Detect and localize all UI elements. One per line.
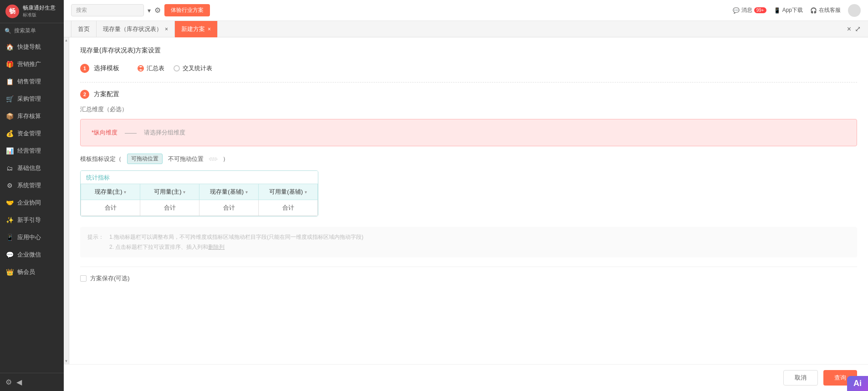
tips-section: 提示： 1.拖动标题栏可以调整布局，不可跨维度或指标区域拖动栏目字段(只能在同一… — [80, 227, 857, 257]
sidebar-item-label: 基础信息 — [17, 164, 41, 172]
sidebar-item-label: 新手引导 — [17, 216, 41, 224]
tip-item-1: 提示： 1.拖动标题栏可以调整布局，不可跨维度或指标区域拖动栏目字段(只能在同一… — [87, 232, 850, 242]
col-arrow-2[interactable]: ▾ — [183, 190, 185, 195]
cell-1: 合计 — [81, 200, 140, 216]
col-header-4[interactable]: 可用量(基辅) ▾ — [259, 184, 318, 200]
message-button[interactable]: 💬 消息 99+ — [733, 6, 766, 14]
scroll-down-button[interactable]: ▼ — [65, 359, 68, 363]
col-arrow-3[interactable]: ▾ — [245, 190, 248, 195]
crown-icon: 👑 — [5, 268, 14, 276]
sidebar-logo: 畅 畅康通好生意 标准版 — [0, 0, 64, 23]
folder-icon: 🗂 — [5, 164, 14, 172]
scroll-up-button[interactable]: ▲ — [65, 38, 68, 42]
sidebar-item-marketing[interactable]: 🎁 营销推广 — [0, 56, 64, 73]
sidebar-item-label: 库存核算 — [17, 112, 41, 120]
metrics-setting: 模板指标设定（ 可拖动位置 不可拖动位置 ） — [80, 154, 857, 164]
sidebar-item-purchase[interactable]: 🛒 采购管理 — [0, 90, 64, 108]
table-row: 合计 合计 合计 合计 — [81, 200, 318, 216]
clipboard-icon: 📋 — [5, 77, 14, 86]
sidebar-item-inventory[interactable]: 📦 库存核算 — [0, 108, 64, 125]
sidebar-item-label: 营销推广 — [17, 60, 41, 68]
save-checkbox[interactable] — [80, 275, 87, 282]
message-label: 消息 — [741, 6, 752, 14]
stats-section-label: 统计指标 — [81, 171, 318, 184]
tab-close-action[interactable]: × — [847, 25, 851, 33]
app-download-label: App下载 — [782, 6, 803, 14]
handshake-icon: 🤝 — [5, 199, 14, 207]
topbar: 搜索 ▾ ⚙ 体验行业方案 💬 消息 99+ 📱 App下载 🎧 在线客服 — [64, 0, 868, 21]
sidebar-item-app-center[interactable]: 📱 应用中心 — [0, 229, 64, 246]
stats-table: 现存量(主) ▾ 可用量(主) ▾ 现存量(基辅) — [81, 184, 318, 216]
sidebar-item-basic-info[interactable]: 🗂 基础信息 — [0, 159, 64, 177]
sidebar-search[interactable]: 🔍 搜索菜单 — [0, 23, 64, 38]
online-service-label: 在线客服 — [819, 6, 841, 14]
col-arrow-4[interactable]: ▾ — [305, 190, 307, 195]
sidebar-item-label: 应用中心 — [17, 233, 41, 242]
dimension-area[interactable]: *纵向维度 —— 请选择分组维度 — [80, 119, 857, 146]
user-avatar[interactable] — [848, 4, 861, 17]
sidebar-item-finance[interactable]: 💰 资金管理 — [0, 125, 64, 142]
col-header-2[interactable]: 可用量(主) ▾ — [140, 184, 199, 200]
topbar-left: 搜索 ▾ ⚙ 体验行业方案 — [71, 4, 727, 16]
sidebar-item-membership[interactable]: 👑 畅会员 — [0, 263, 64, 281]
metrics-close: ） — [223, 155, 229, 163]
topbar-gear-icon[interactable]: ⚙ — [154, 6, 161, 15]
sidebar-item-wechat[interactable]: 💬 企业微信 — [0, 246, 64, 263]
tab-home[interactable]: 首页 — [71, 21, 97, 37]
topbar-right: 💬 消息 99+ 📱 App下载 🎧 在线客服 — [733, 4, 861, 17]
col-header-1[interactable]: 现存量(主) ▾ — [81, 184, 140, 200]
template-radio-group: 汇总表 交叉统计表 — [138, 64, 212, 72]
cart-icon: 🛒 — [5, 95, 14, 103]
tab-new-plan[interactable]: 新建方案 × — [175, 21, 218, 37]
radio-cross-label: 交叉统计表 — [183, 64, 212, 72]
tab-inventory-status-close[interactable]: × — [165, 26, 168, 32]
section-config: 2 方案配置 汇总维度（必选） *纵向维度 —— 请选择分组维度 模板指标设定（… — [80, 90, 857, 257]
topbar-dropdown-button[interactable]: ▾ — [148, 7, 151, 14]
col-header-3[interactable]: 现存量(基辅) ▾ — [199, 184, 259, 200]
app-download-button[interactable]: 📱 App下载 — [774, 6, 803, 14]
content-wrapper: ▲ ▼ 现存量(库存状况表)方案设置 1 选择模板 — [64, 37, 868, 364]
settings-icon[interactable]: ⚙ — [5, 378, 12, 386]
sidebar-item-enterprise[interactable]: 🤝 企业协同 — [0, 194, 64, 211]
radio-summary[interactable]: 汇总表 — [138, 64, 164, 72]
tab-expand-action[interactable]: ⤢ — [855, 25, 861, 33]
section1-title: 选择模板 — [94, 64, 119, 72]
sidebar-item-quick-nav[interactable]: 🏠 快捷导航 — [0, 38, 64, 56]
topbar-cta-button[interactable]: 体验行业方案 — [164, 4, 210, 16]
home-icon: 🏠 — [5, 43, 14, 51]
vertical-dim-dash: —— — [125, 129, 137, 136]
ai-badge[interactable]: Ai — [847, 376, 868, 391]
online-service-button[interactable]: 🎧 在线客服 — [810, 6, 841, 14]
content-scroll: 现存量(库存状况表)方案设置 1 选择模板 汇总表 — [69, 37, 868, 364]
tab-new-plan-label: 新建方案 — [181, 25, 205, 33]
radio-cross[interactable]: 交叉统计表 — [174, 64, 212, 72]
sidebar-item-sales[interactable]: 📋 销售管理 — [0, 73, 64, 90]
save-option: 方案保存(可选) — [80, 267, 857, 283]
tip-item-2: 2. 点击标题栏下拉可设置排序、插入列和删除列 — [87, 242, 850, 252]
radio-summary-circle — [138, 65, 144, 72]
sidebar-bottom: ⚙ ◀ — [0, 373, 64, 391]
box-icon: 📦 — [5, 112, 14, 120]
tab-new-plan-close[interactable]: × — [208, 26, 211, 32]
phone-icon: 📱 — [5, 233, 14, 242]
app-name: 畅康通好生意 — [23, 5, 56, 12]
delete-col-link[interactable]: 删除列 — [208, 244, 225, 250]
tab-inventory-status-label: 现存量（库存状况表） — [103, 25, 162, 33]
section-divider-1 — [80, 82, 857, 82]
draggable-badge: 可拖动位置 — [127, 154, 163, 164]
sidebar-item-new-guide[interactable]: ✨ 新手引导 — [0, 211, 64, 229]
radio-summary-label: 汇总表 — [147, 64, 164, 72]
page-content: 现存量(库存状况表)方案设置 1 选择模板 汇总表 — [69, 37, 868, 364]
sidebar-item-label: 企业微信 — [17, 251, 41, 259]
gift-icon: 🎁 — [5, 60, 14, 68]
sidebar-item-operations[interactable]: 📊 经营管理 — [0, 142, 64, 159]
sidebar-item-system[interactable]: ⚙ 系统管理 — [0, 177, 64, 194]
tab-inventory-status[interactable]: 现存量（库存状况表） × — [97, 21, 175, 37]
col-arrow-1[interactable]: ▾ — [124, 190, 126, 195]
tabs-bar: 首页 现存量（库存状况表） × 新建方案 × × ⤢ — [64, 21, 868, 37]
sidebar-search-label: 搜索菜单 — [14, 27, 36, 35]
gear-icon: ⚙ — [5, 181, 14, 190]
cancel-button[interactable]: 取消 — [783, 370, 818, 386]
collapse-icon[interactable]: ◀ — [16, 378, 22, 386]
star-icon: ✨ — [5, 216, 14, 224]
